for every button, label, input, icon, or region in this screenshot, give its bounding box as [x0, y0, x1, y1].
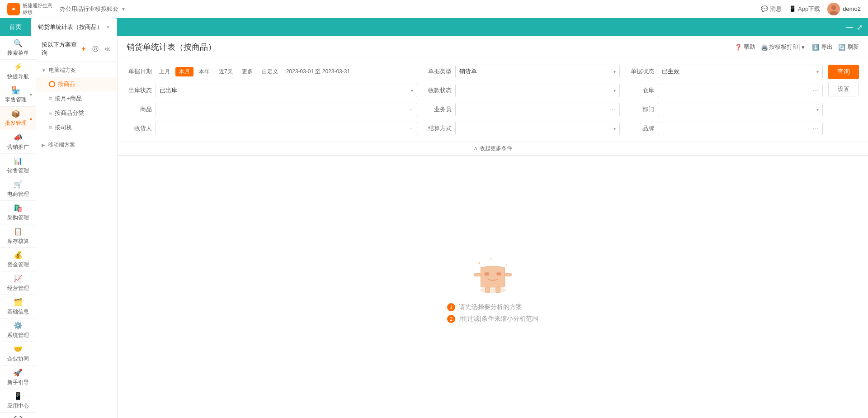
payment-status-select[interactable]: ▾: [455, 84, 620, 97]
date-tab-last-month[interactable]: 上月: [156, 67, 174, 76]
sidebar-item-basic-info[interactable]: 🗂️ 基础信息: [0, 295, 36, 318]
payment-method-select[interactable]: ▾: [455, 122, 620, 135]
sidebar-item-quick-nav[interactable]: ⚡ 快捷导航: [0, 60, 36, 83]
sidebar-item-operation[interactable]: 📈 经营管理: [0, 271, 36, 295]
date-tab-this-year[interactable]: 本年: [195, 67, 213, 76]
outstock-select[interactable]: 已出库 ▾: [156, 84, 417, 97]
collapse-label: ∧ 收起更多条件: [473, 145, 512, 152]
settings-button[interactable]: 设置: [828, 82, 859, 96]
empty-state: ✦ ✦ ✦ 1 请先选择要分析的方案 2 用[过滤]条件来缩小分析范围: [118, 156, 868, 418]
avatar: [827, 3, 840, 15]
search-icon: 🔍: [14, 39, 23, 48]
wholesale-icon: 📦: [11, 109, 20, 118]
collapse-more-conditions-button[interactable]: ∧ 收起更多条件: [473, 145, 512, 152]
sidebar-item-retail[interactable]: 🏪 零售管理 ▾: [0, 83, 36, 107]
svg-point-2: [831, 5, 836, 10]
warehouse-select[interactable]: ···: [658, 84, 823, 97]
doc-type-value: 销货单: [459, 67, 477, 76]
user-area[interactable]: demo2: [827, 3, 861, 15]
sidebar-item-guide[interactable]: 🚀 新手引导: [0, 366, 36, 389]
goods-select[interactable]: ···: [156, 103, 417, 116]
doc-status-select[interactable]: 已生效 ▾: [658, 65, 823, 78]
brand-select[interactable]: ···: [658, 122, 823, 135]
tab-expand[interactable]: — ⤢: [846, 23, 863, 32]
scheme-item-by-goods[interactable]: 按商品: [36, 77, 117, 91]
date-tab-this-month[interactable]: 本月: [175, 67, 193, 76]
svg-rect-11: [474, 273, 481, 276]
print-dropdown-arrow-icon[interactable]: ▾: [799, 44, 807, 51]
edit-scheme-button[interactable]: [91, 44, 100, 53]
sidebar-item-finance[interactable]: 💰 资金管理: [0, 248, 36, 271]
scheme-item-by-month-goods[interactable]: ≡ 按月+商品: [36, 91, 117, 106]
tab-active[interactable]: 销货单统计表（按商品） ×: [31, 18, 117, 36]
svg-text:✦: ✦: [477, 260, 481, 266]
scheme-group-mobile-title[interactable]: ▶ 移动端方案: [36, 138, 117, 152]
scheme-group-mobile: ▶ 移动端方案: [36, 137, 117, 153]
svg-rect-14: [496, 287, 500, 293]
sidebar-item-purchase[interactable]: 🛍️ 采购管理: [0, 201, 36, 224]
staff-select[interactable]: ···: [455, 103, 620, 116]
dept-select[interactable]: ▾: [658, 103, 823, 116]
filter-payment-method: 结算方式 ▾: [426, 122, 620, 135]
refresh-icon: 🔄: [838, 44, 845, 51]
collapse-bar[interactable]: ∧ 收起更多条件: [118, 142, 868, 156]
page-header-actions: ❓ 帮助 🖨️ 按模板打印 ▾ ⬇️ 导出 🔄 刷新: [735, 43, 859, 57]
message-button[interactable]: 💬 消息: [761, 5, 782, 13]
nav-title: 办公用品行业模拟账套: [60, 5, 118, 13]
refresh-button[interactable]: 🔄 刷新: [838, 43, 859, 51]
sidebar-item-collaboration[interactable]: 🤝 企业协同: [0, 342, 36, 366]
phone-icon: 📱: [789, 5, 796, 12]
filter-receiver: 收货人 ···: [127, 122, 417, 135]
date-tab-custom[interactable]: 自定义: [258, 67, 282, 76]
filter-dept: 部门 ▾: [629, 103, 823, 116]
sidebar-item-system[interactable]: ⚙️ 系统管理: [0, 318, 36, 342]
sidebar-item-wechat[interactable]: 💬 企业微信: [0, 413, 36, 418]
brand-more-icon: ···: [813, 125, 819, 132]
payment-status-arrow-icon: ▾: [613, 88, 616, 93]
date-tab-7days[interactable]: 近7天: [215, 67, 236, 76]
sidebar-item-sales[interactable]: 📊 销售管理: [0, 154, 36, 177]
nav-chevron-icon[interactable]: ▾: [122, 6, 125, 12]
scheme-table-icon-3: ≡: [49, 124, 52, 131]
svg-text:✦: ✦: [505, 263, 508, 267]
doc-status-value: 已生效: [662, 67, 679, 76]
tab-home[interactable]: 首页: [0, 18, 31, 36]
scheme-item-by-category[interactable]: ≡ 按商品分类: [36, 106, 117, 120]
receiver-select[interactable]: ···: [156, 122, 417, 135]
left-panel-header: 按以下方案查询 + ≪: [36, 36, 117, 62]
sidebar-item-ecommerce[interactable]: 🛒 电商管理: [0, 177, 36, 201]
scheme-group-desktop-title[interactable]: ▼ 电脑端方案: [36, 64, 117, 77]
settings-icon: [92, 46, 99, 52]
date-tab-more[interactable]: 更多: [238, 67, 256, 76]
desktop-group-arrow-icon: ▼: [42, 68, 46, 73]
svg-point-6: [480, 287, 506, 293]
filter-row-3: 商品 ··· 业务员 ···: [127, 103, 823, 116]
receiver-label: 收货人: [127, 124, 152, 133]
staff-label: 业务员: [426, 105, 452, 114]
help-button[interactable]: ❓ 帮助: [735, 43, 755, 51]
sidebar-item-app-center[interactable]: 📱 应用中心: [0, 389, 36, 413]
sidebar-item-marketing[interactable]: 📣 营销推广: [0, 130, 36, 154]
export-button[interactable]: ⬇️ 导出: [812, 43, 833, 51]
tip-num-1: 1: [447, 303, 455, 311]
tab-close-icon[interactable]: ×: [106, 24, 110, 31]
scheme-item-by-driver[interactable]: ≡ 按司机: [36, 120, 117, 135]
app-download-button[interactable]: 📱 App下载: [789, 5, 820, 13]
type-label: 单据类型: [426, 67, 452, 76]
scheme-table-icon-1: ≡: [49, 95, 52, 102]
doc-type-select[interactable]: 销货单 ▾: [455, 65, 620, 78]
dept-arrow-icon: ▾: [816, 107, 819, 112]
quick-nav-icon: ⚡: [14, 62, 23, 71]
collapse-panel-button[interactable]: ≪: [103, 44, 112, 53]
svg-rect-12: [505, 273, 512, 276]
add-scheme-button[interactable]: +: [79, 44, 88, 53]
template-print-button[interactable]: 🖨️ 按模板打印 ▾: [761, 43, 807, 51]
query-button[interactable]: 查询: [828, 65, 859, 79]
content-area: 按以下方案查询 + ≪ ▼ 电脑端方案: [36, 36, 868, 418]
sidebar-item-search[interactable]: 🔍 搜索菜单: [0, 36, 36, 60]
sidebar-item-inventory[interactable]: 📋 库存核算: [0, 224, 36, 248]
main-layout: 🔍 搜索菜单 ⚡ 快捷导航 🏪 零售管理 ▾ 📦 批发管理 ▴ 📣 营销推广: [0, 36, 868, 418]
sidebar-item-wholesale[interactable]: 📦 批发管理 ▴: [0, 107, 36, 130]
mobile-group-arrow-icon: ▶: [42, 142, 45, 147]
date-tabs: 上月 本月 本年 近7天 更多 自定义: [156, 67, 282, 76]
